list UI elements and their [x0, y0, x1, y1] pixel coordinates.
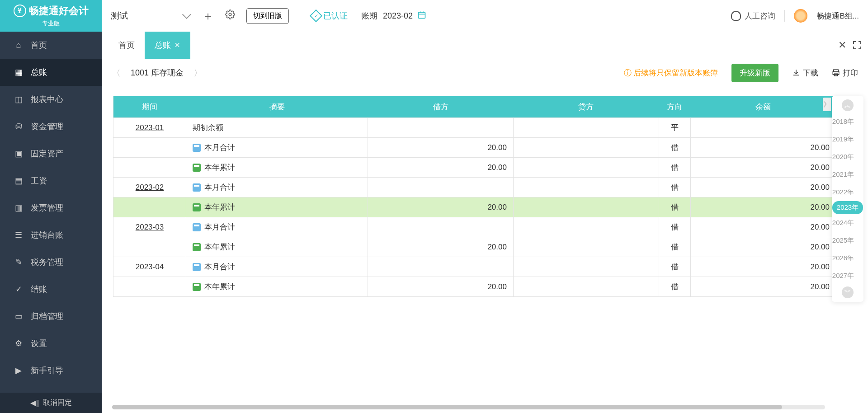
year-item[interactable]: 2019年: [832, 131, 863, 148]
cell-period: 2023-04: [113, 257, 186, 277]
fullscreen-icon[interactable]: [853, 41, 861, 49]
tab-home[interactable]: 首页: [108, 32, 145, 59]
sidebar-icon: ☰: [14, 230, 24, 240]
next-account-button[interactable]: 〉: [193, 67, 203, 79]
upgrade-button[interactable]: 升级新版: [731, 64, 778, 82]
sidebar-icon: ▭: [14, 311, 24, 321]
year-item[interactable]: 2027年: [832, 267, 863, 285]
cell-summary: 本月合计: [186, 257, 368, 277]
year-item[interactable]: 2022年: [832, 183, 863, 201]
table-row[interactable]: 本年累计 20.00 借 20.00: [113, 197, 836, 217]
calendar-icon[interactable]: [417, 10, 426, 22]
year-item[interactable]: 2023年: [832, 201, 863, 214]
sidebar-icon: ⌂: [14, 40, 24, 50]
period-link[interactable]: 2023-02: [136, 183, 164, 192]
sidebar-item-label: 设置: [31, 338, 47, 349]
logo[interactable]: ¥ 畅捷通好会计 专业版: [0, 0, 102, 32]
add-button[interactable]: ＋: [202, 8, 214, 24]
cell-period: 2023-02: [113, 178, 186, 197]
sidebar-item-label: 发票管理: [31, 202, 63, 213]
year-item[interactable]: 2018年: [832, 113, 863, 131]
tab-general-ledger[interactable]: 总账 ✕: [145, 32, 190, 59]
cell-credit: [513, 217, 659, 237]
close-icon[interactable]: ✕: [175, 41, 180, 49]
close-all-tabs-button[interactable]: ✕: [838, 39, 846, 51]
table-row[interactable]: 本年累计 20.00 借 20.00: [113, 237, 836, 257]
account-selector[interactable]: 测试: [111, 10, 189, 22]
cell-period: [113, 197, 186, 217]
download-button[interactable]: 下载: [792, 68, 818, 78]
sidebar-item-label: 结账: [31, 284, 47, 295]
verified-badge: ✓ 已认证: [311, 10, 348, 21]
sidebar-item-4[interactable]: ▣固定资产: [0, 140, 102, 167]
info-icon: ⓘ: [624, 68, 632, 78]
collapse-year-panel[interactable]: 》: [823, 98, 831, 111]
sidebar-item-label: 资金管理: [31, 121, 63, 132]
year-scroll-up[interactable]: ︽: [842, 99, 854, 111]
switch-old-version-button[interactable]: 切到旧版: [246, 8, 289, 24]
cell-debit: [368, 217, 514, 237]
year-item[interactable]: 2026年: [832, 249, 863, 267]
print-icon: [832, 69, 840, 77]
sidebar-item-6[interactable]: ▥发票管理: [0, 194, 102, 221]
sidebar-icon: ▥: [14, 203, 24, 213]
cell-credit: [513, 277, 659, 297]
cell-summary: 本年累计: [186, 237, 368, 257]
sidebar-item-7[interactable]: ☰进销台账: [0, 221, 102, 249]
sidebar-item-0[interactable]: ⌂首页: [0, 32, 102, 59]
unpin-button[interactable]: ◀‖ 取消固定: [0, 393, 102, 413]
cell-credit: [513, 138, 659, 158]
customer-service-button[interactable]: 人工咨询: [731, 11, 775, 21]
shield-icon: ✓: [310, 9, 322, 22]
table-row[interactable]: 2023-03 本月合计 借 20.00: [113, 217, 836, 237]
sidebar-item-11[interactable]: ⚙设置: [0, 330, 102, 357]
period-value[interactable]: 2023-02: [383, 11, 413, 21]
sidebar-item-label: 首页: [31, 40, 47, 51]
th-debit: 借方: [368, 96, 514, 118]
sidebar-item-8[interactable]: ✎税务管理: [0, 249, 102, 276]
cell-direction: 借: [659, 197, 690, 217]
scrollbar-thumb[interactable]: [112, 405, 782, 409]
ledger-table: 期间 摘要 借方 贷方 方向 余额 2023-01 期初余额 平 本月合计 20…: [113, 96, 836, 297]
th-period: 期间: [113, 96, 186, 118]
horizontal-scrollbar[interactable]: [112, 405, 825, 409]
period-link[interactable]: 2023-01: [136, 123, 164, 132]
download-icon: [792, 69, 800, 77]
sidebar-item-9[interactable]: ✓结账: [0, 276, 102, 303]
cell-summary: 本年累计: [186, 277, 368, 297]
cell-summary: 本月合计: [186, 217, 368, 237]
table-row[interactable]: 2023-02 本月合计 借 20.00: [113, 178, 836, 197]
cell-credit: [513, 118, 659, 138]
year-item[interactable]: 2020年: [832, 148, 863, 166]
year-item[interactable]: 2021年: [832, 166, 863, 183]
year-item[interactable]: 2024年: [832, 214, 863, 232]
cell-debit: [368, 178, 514, 197]
cell-direction: 借: [659, 217, 690, 237]
cell-balance: 20.00: [691, 237, 836, 257]
table-row[interactable]: 2023-01 期初余额 平: [113, 118, 836, 138]
settings-icon[interactable]: [225, 9, 235, 22]
prev-account-button[interactable]: 〈: [112, 67, 121, 79]
sidebar-item-3[interactable]: ⛁资金管理: [0, 113, 102, 140]
table-row[interactable]: 本年累计 20.00 借 20.00: [113, 158, 836, 178]
period-link[interactable]: 2023-03: [136, 223, 164, 231]
print-button[interactable]: 打印: [832, 68, 858, 78]
sidebar-item-2[interactable]: ◫报表中心: [0, 86, 102, 113]
account-title[interactable]: 1001 库存现金: [131, 67, 184, 78]
year-item[interactable]: 2025年: [832, 232, 863, 249]
sidebar-item-10[interactable]: ▭归档管理: [0, 303, 102, 330]
cell-direction: 借: [659, 237, 690, 257]
year-scroll-down[interactable]: ︾: [842, 286, 854, 298]
avatar[interactable]: [794, 9, 807, 23]
sidebar-item-12[interactable]: ▶新手引导: [0, 357, 102, 384]
user-name[interactable]: 畅捷通B组...: [816, 11, 859, 21]
cell-direction: 借: [659, 158, 690, 178]
table-row[interactable]: 本年累计 20.00 借 20.00: [113, 277, 836, 297]
sidebar-item-1[interactable]: ▦总账: [0, 59, 102, 86]
period-link[interactable]: 2023-04: [136, 263, 164, 271]
cell-direction: 平: [659, 118, 690, 138]
sidebar-item-5[interactable]: ▤工资: [0, 167, 102, 194]
table-row[interactable]: 本月合计 20.00 借 20.00: [113, 138, 836, 158]
table-row[interactable]: 2023-04 本月合计 借 20.00: [113, 257, 836, 277]
month-icon: [193, 144, 201, 152]
